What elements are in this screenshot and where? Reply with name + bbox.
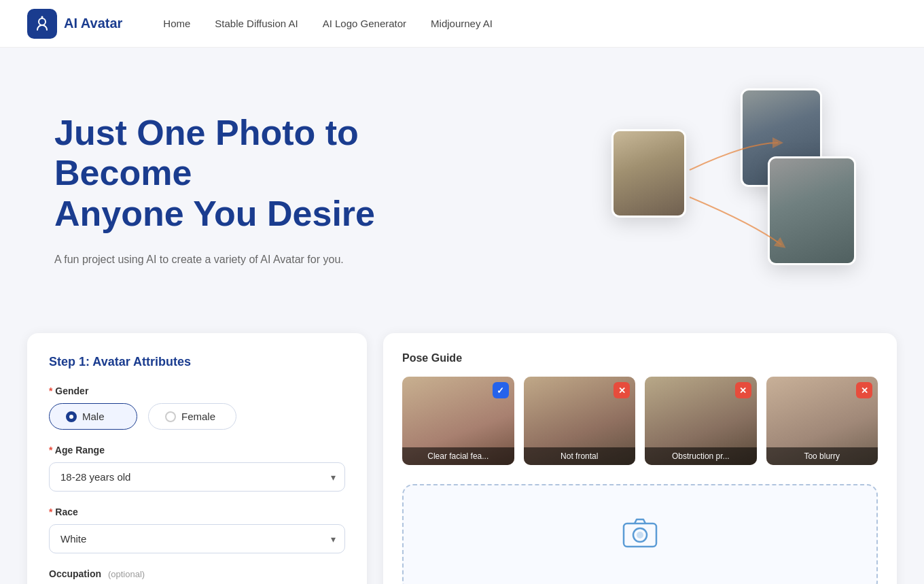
- hero-source-photo: [611, 129, 686, 218]
- pose-obstruction-label: Obstruction pr...: [645, 447, 757, 465]
- step1-title: Step 1: Avatar Attributes: [49, 355, 345, 369]
- hero-title-line2: Anyone You Desire: [54, 194, 375, 233]
- nav-home[interactable]: Home: [163, 18, 190, 29]
- age-field-group: * Age Range 18-28 years old 29-40 years …: [49, 445, 345, 492]
- gender-male-dot: [66, 411, 77, 422]
- pose-clear-label: Clear facial fea...: [402, 447, 514, 465]
- race-select-wrapper: White Asian Black Hispanic Other ▾: [49, 524, 345, 553]
- gender-field-group: * Gender Male Female: [49, 385, 345, 430]
- navbar: AI Avatar Home Stable Diffusion AI AI Lo…: [0, 0, 924, 48]
- pose-too-blurry-label: Too blurry: [766, 447, 878, 465]
- gender-label: * Gender: [49, 385, 345, 396]
- pose-guide-title: Pose Guide: [402, 352, 878, 364]
- svg-point-0: [39, 18, 46, 25]
- nav-links: Home Stable Diffusion AI AI Logo Generat…: [163, 18, 493, 30]
- logo-icon: [27, 9, 57, 39]
- nav-ai-logo[interactable]: AI Logo Generator: [323, 18, 406, 29]
- pose-too-blurry-badge: ✕: [856, 382, 872, 398]
- race-label-text: Race: [55, 506, 77, 517]
- pose-grid: ✓ Clear facial fea... ✕ Not frontal ✕ Ob…: [402, 377, 878, 465]
- hero-subtitle: A fun project using AI to create a varie…: [54, 251, 462, 269]
- svg-point-5: [637, 532, 643, 538]
- pose-clear-badge: ✓: [493, 382, 509, 398]
- age-select[interactable]: 18-28 years old 29-40 years old 41-55 ye…: [49, 462, 345, 492]
- nav-stable-diffusion[interactable]: Stable Diffusion AI: [215, 18, 298, 29]
- occupation-optional: (optional): [108, 569, 145, 579]
- main-content: Step 1: Avatar Attributes * Gender Male …: [0, 333, 924, 584]
- gender-male-label: Male: [82, 411, 105, 422]
- age-required: *: [49, 445, 52, 456]
- race-label: * Race: [49, 506, 345, 517]
- gender-male-option[interactable]: Male: [49, 403, 137, 430]
- logo-link[interactable]: AI Avatar: [27, 9, 122, 39]
- upload-area[interactable]: [402, 484, 878, 584]
- gender-female-dot: [165, 411, 176, 422]
- hero-title: Just One Photo to Become Anyone You Desi…: [54, 113, 462, 235]
- gender-female-option[interactable]: Female: [148, 403, 236, 430]
- gender-female-label: Female: [181, 411, 215, 422]
- pose-item-clear: ✓ Clear facial fea...: [402, 377, 514, 465]
- hero-section: Just One Photo to Become Anyone You Desi…: [0, 48, 924, 333]
- age-label-text: Age Range: [55, 445, 105, 456]
- hero-left: Just One Photo to Become Anyone You Desi…: [54, 113, 462, 269]
- race-select[interactable]: White Asian Black Hispanic Other: [49, 524, 345, 553]
- nav-midjourney[interactable]: Midjourney AI: [431, 18, 493, 29]
- svg-point-1: [41, 16, 43, 18]
- race-required: *: [49, 506, 52, 517]
- hero-images: [611, 88, 856, 292]
- race-field-group: * Race White Asian Black Hispanic Other …: [49, 506, 345, 553]
- age-select-wrapper: 18-28 years old 29-40 years old 41-55 ye…: [49, 462, 345, 492]
- right-panel: Pose Guide ✓ Clear facial fea... ✕ Not f…: [383, 333, 897, 584]
- pose-not-frontal-badge: ✕: [614, 382, 630, 398]
- pose-item-obstruction: ✕ Obstruction pr...: [645, 377, 757, 465]
- gender-radio-group: Male Female: [49, 403, 345, 430]
- pose-item-too-blurry: ✕ Too blurry: [766, 377, 878, 465]
- left-panel: Step 1: Avatar Attributes * Gender Male …: [27, 333, 367, 584]
- hero-title-line1: Just One Photo to Become: [54, 113, 359, 193]
- upload-camera-icon: [622, 517, 658, 554]
- occupation-field-group: Occupation (optional) ✕ ▲ ▼: [49, 568, 345, 584]
- pose-item-not-frontal: ✕ Not frontal: [524, 377, 636, 465]
- logo-text: AI Avatar: [64, 16, 122, 31]
- pose-obstruction-badge: ✕: [735, 382, 751, 398]
- hero-result-photo-2: [768, 156, 856, 265]
- pose-not-frontal-label: Not frontal: [524, 447, 636, 465]
- gender-required: *: [49, 385, 52, 396]
- occupation-label-text: Occupation: [49, 568, 101, 579]
- age-label: * Age Range: [49, 445, 345, 456]
- occupation-label: Occupation (optional): [49, 568, 345, 579]
